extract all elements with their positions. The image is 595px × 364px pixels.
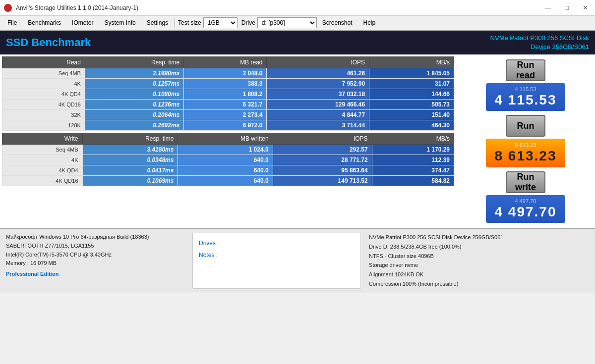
write-score-small: 4 497.70 [494,198,557,204]
run-write-button[interactable]: Run write [506,171,545,193]
write-header-label: Write [2,133,83,145]
write-row-resp: 3.4180ms [82,145,178,155]
read-row-label: Seq 4MB [2,68,85,79]
write-row-resp: 0.1069ms [82,176,178,186]
read-row-iops: 461.26 [267,68,369,79]
write-row-mbs: 584.82 [372,176,454,186]
drive-label: Drive [241,19,255,26]
menu-sysinfo[interactable]: System Info [99,17,141,29]
read-row-resp: 0.1236ms [85,100,183,110]
read-header-mb: MB read [184,57,267,68]
menu-settings[interactable]: Settings [141,17,174,29]
drives-label: Drives : [199,237,355,249]
read-row-mb: 388.3 [184,79,267,89]
drive-detail-line5: Alignment 1024KB OK [369,270,589,279]
read-header-resp: Resp. time [85,57,183,68]
drive-group: Drive d: [p300] [241,17,317,28]
sys-line2: SABERTOOTH Z77/1015, LGA1155 [6,242,184,251]
write-row-mbs: 374.47 [372,165,454,176]
sys-line1: Майкрософт Windows 10 Pro 64-разрядная B… [6,233,184,242]
read-table-row: 32K 0.2064ms 2 273.4 4 844.77 151.40 [2,110,454,120]
write-row-label: 4K QD16 [2,176,83,186]
titlebar: Anvil's Storage Utilities 1.1.0 (2014-Ja… [0,0,595,16]
minimize-button[interactable]: — [541,3,554,12]
sys-line4: Memory : 16 079 MB [6,259,184,268]
read-table: Read Resp. time MB read IOPS MB/s Seq 4M… [2,56,454,131]
total-score-box: 8 613.23 8 613.23 [486,139,565,167]
test-size-label: Test size [178,19,201,26]
menu-screenshot[interactable]: Screenshot [317,17,358,29]
test-size-select[interactable]: 1GB 512MB 2GB 4GB [203,17,238,28]
device-line2: Device 256GB/S061 [490,43,589,52]
read-score-small: 4 115.53 [494,86,557,92]
read-row-mbs: 144.66 [369,89,454,100]
run-button[interactable]: Run [506,115,545,137]
read-row-mbs: 1 845.05 [369,68,454,79]
maximize-button[interactable]: □ [562,3,572,12]
write-row-resp: 0.0417ms [82,165,178,176]
read-table-row: 4K QD16 0.1236ms 6 321.7 129 466.46 505.… [2,100,454,110]
write-row-mbs: 112.39 [372,155,454,165]
read-row-resp: 2.1680ms [85,68,183,79]
menu-benchmarks[interactable]: Benchmarks [22,17,66,29]
drive-detail-header: NVMe Patriot P300 256 SCSI Disk Device 2… [369,233,589,242]
read-row-iops: 4 844.77 [267,110,369,120]
score-area: Run read 4 115.53 4 115.53 Run 8 613.23 … [456,54,595,228]
read-row-label: 32K [2,110,85,120]
write-row-iops: 149 713.52 [273,176,372,186]
read-row-mb: 6 321.7 [184,100,267,110]
pro-edition-label: Professional Edition [6,270,184,279]
read-table-row: Seq 4MB 2.1680ms 2 048.0 461.26 1 845.05 [2,68,454,79]
drive-detail-line1: Drive D: 238.5/238.4GB free (100.0%) [369,242,589,252]
read-row-label: 4K QD4 [2,89,85,100]
read-table-body: Seq 4MB 2.1680ms 2 048.0 461.26 1 845.05… [2,68,454,131]
read-header-mbs: MB/s [369,57,454,68]
read-row-resp: 0.1080ms [85,89,183,100]
write-row-iops: 28 771.72 [273,155,372,165]
read-row-mbs: 31.07 [369,79,454,89]
read-score-row: Run read 4 115.53 4 115.53 [486,59,565,111]
total-score-row: Run 8 613.23 8 613.23 [486,115,565,167]
read-row-mbs: 151.40 [369,110,454,120]
write-row-label: 4K [2,155,83,165]
menu-help[interactable]: Help [358,17,381,29]
write-score-large: 4 497.70 [494,204,557,220]
sys-line3: Intel(R) Core(TM) i5-3570 CPU @ 3.40GHz [6,251,184,260]
write-table-row: 4K QD4 0.0417ms 640.0 95 863.64 374.47 [2,165,454,176]
menu-iometer[interactable]: IOmeter [66,17,99,29]
write-row-mb: 640.0 [178,176,273,186]
read-row-resp: 0.2692ms [85,120,183,131]
drive-detail-line3: Storage driver nvme [369,260,589,270]
menu-file[interactable]: File [2,17,22,29]
benchmark-title: SSD Benchmark [6,36,91,49]
total-score-small: 8 613.23 [494,142,557,148]
write-table-row: 4K 0.0348ms 640.0 28 771.72 112.39 [2,155,454,165]
read-row-iops: 129 466.46 [267,100,369,110]
device-line1: NVMe Patriot P300 256 SCSI Disk [490,34,589,43]
write-header-mbs: MB/s [372,133,454,145]
drive-detail: NVMe Patriot P300 256 SCSI Disk Device 2… [369,233,589,288]
write-table-row: 4K QD16 0.1069ms 640.0 149 713.52 584.82 [2,176,454,186]
read-table-row: 128K 0.2692ms 6 972.0 3 714.44 464.30 [2,120,454,131]
write-row-mb: 640.0 [178,155,273,165]
statusbar: Майкрософт Windows 10 Pro 64-разрядная B… [0,228,595,292]
run-read-button[interactable]: Run read [506,59,545,81]
close-button[interactable]: ✕ [580,3,591,12]
benchmark-area: Read Resp. time MB read IOPS MB/s Seq 4M… [0,54,456,228]
read-row-mb: 6 972.0 [184,120,267,131]
read-row-resp: 0.2064ms [85,110,183,120]
read-table-row: 4K 0.1257ms 388.3 7 952.90 31.07 [2,79,454,89]
app-title: Anvil's Storage Utilities 1.1.0 (2014-Ja… [16,4,541,11]
read-row-resp: 0.1257ms [85,79,183,89]
read-row-iops: 3 714.44 [267,120,369,131]
read-header-iops: IOPS [267,57,369,68]
read-header-label: Read [2,57,85,68]
drive-detail-line6: Compression 100% (Incompressible) [369,279,589,289]
read-row-mb: 2 048.0 [184,68,267,79]
write-row-mb: 640.0 [178,165,273,176]
write-table-row: Seq 4MB 3.4180ms 1 024.0 292.57 1 170.29 [2,145,454,155]
drive-select[interactable]: d: [p300] [257,17,317,28]
write-table: Write Resp. time MB written IOPS MB/s Se… [2,133,454,186]
read-score-large: 4 115.53 [494,92,557,108]
drive-detail-line2: NTFS - Cluster size 4096B [369,252,589,261]
